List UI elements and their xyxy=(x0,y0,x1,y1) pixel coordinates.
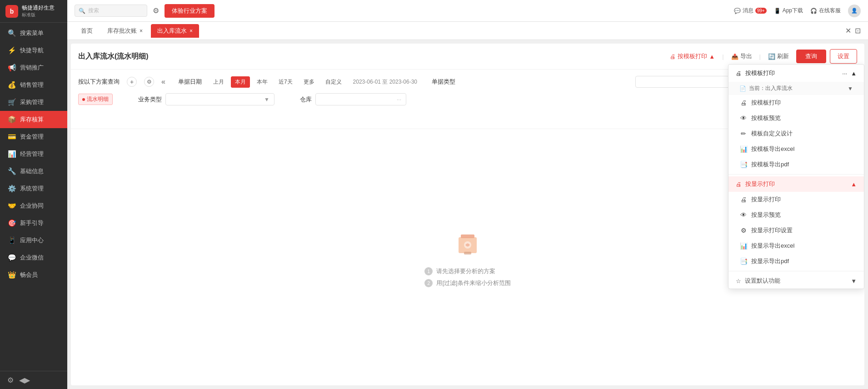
phone-icon: 📱 xyxy=(774,8,781,14)
msg-label: 消息 xyxy=(743,7,753,15)
date-btn-prev-month[interactable]: 上月 xyxy=(209,76,228,88)
sidebar-item-apps[interactable]: 📱 应用中心 xyxy=(0,232,67,249)
display-preview-label: 按显示预览 xyxy=(751,211,781,219)
display-export-excel-label: 按显示导出excel xyxy=(751,242,794,250)
wechat-icon: 💬 xyxy=(7,254,16,262)
warehouse-label: 仓库 xyxy=(300,95,312,104)
tab-inventory-batch[interactable]: 库存批次账 × xyxy=(101,24,149,38)
industry-btn[interactable]: 体验行业方案 xyxy=(165,4,215,18)
topbar-search-box[interactable]: 🔍 搜索 xyxy=(75,5,147,17)
date-btn-more[interactable]: 更多 xyxy=(299,76,319,88)
collapse-icon[interactable]: ◀▶ xyxy=(19,376,30,384)
vip-label: 畅会员 xyxy=(20,271,38,279)
filter-add-btn[interactable]: + xyxy=(127,77,137,87)
date-btn-year[interactable]: 本年 xyxy=(253,76,272,88)
template-preview-label: 按模板预览 xyxy=(751,114,781,122)
sidebar-item-search[interactable]: 🔍 搜索菜单 xyxy=(0,25,67,42)
chevron-up-icon[interactable]: ▲ xyxy=(851,70,857,77)
sidebar-item-guide[interactable]: 🎯 新手引导 xyxy=(0,214,67,232)
print-item-icon: 🖨 xyxy=(739,99,748,106)
warehouse-value xyxy=(320,96,322,103)
settings-icon[interactable]: ⚙ xyxy=(7,376,14,384)
window-close-btn[interactable]: ✕ xyxy=(845,26,851,35)
tab-home[interactable]: 首页 xyxy=(75,24,99,38)
search-label: 搜索菜单 xyxy=(20,29,44,37)
topbar-right: 💬 消息 99+ 📱 App下载 🎧 在线客服 👤 xyxy=(734,5,861,17)
window-maximize-btn[interactable]: ⊡ xyxy=(855,26,861,35)
sidebar-item-system[interactable]: ⚙️ 系统管理 xyxy=(0,180,67,197)
filter-collapse-icon[interactable]: « xyxy=(161,78,165,86)
inventory-icon: 📦 xyxy=(7,115,16,124)
print-template-btn[interactable]: 🖨 按模板打印 ▲ xyxy=(666,50,718,62)
sidebar-item-wechat[interactable]: 💬 企业微信 xyxy=(0,249,67,266)
sidebar-item-inventory[interactable]: 📦 库存核算 xyxy=(0,111,67,128)
template-custom-item[interactable]: ✏ 模板自定义设计 xyxy=(728,126,864,141)
query-btn[interactable]: 查询 xyxy=(796,50,826,63)
customer-service-btn[interactable]: 🎧 在线客服 xyxy=(810,7,841,15)
sidebar: b 畅捷通好生意 标准版 🔍 搜索菜单 ⚡ 快捷导航 📢 营销推广 💰 销售管理… xyxy=(0,0,67,389)
date-btn-current-month[interactable]: 本月 xyxy=(231,76,250,88)
export-btn[interactable]: 📤 导出 xyxy=(728,50,756,62)
topbar: 🔍 搜索 ⚙ 体验行业方案 💬 消息 99+ 📱 App下载 🎧 在线客服 👤 xyxy=(67,0,868,22)
sidebar-item-purchase[interactable]: 🛒 采购管理 xyxy=(0,94,67,111)
preview-item-icon: 👁 xyxy=(739,115,748,122)
biz-type-select[interactable]: ▼ xyxy=(165,93,274,105)
template-export-pdf-item[interactable]: 📑 按模板导出pdf xyxy=(728,157,864,172)
display-excel-icon: 📊 xyxy=(739,242,748,249)
biz-type-arrow: ▼ xyxy=(264,96,269,103)
default-settings-icon: ☆ xyxy=(736,278,741,284)
display-print-item[interactable]: 🖨 按显示打印 xyxy=(728,192,864,207)
svg-rect-3 xyxy=(464,252,471,254)
vip-icon: 👑 xyxy=(7,271,16,279)
tab-flow-close[interactable]: × xyxy=(190,28,193,34)
tab-flow[interactable]: 出入库流水 × xyxy=(151,24,199,38)
display-export-pdf-item[interactable]: 📑 按显示导出pdf xyxy=(728,254,864,269)
operations-label: 经营管理 xyxy=(20,150,44,158)
display-preview-icon: 👁 xyxy=(739,211,748,219)
current-arrow[interactable]: ▼ xyxy=(848,85,853,92)
tab-batch-close[interactable]: × xyxy=(140,28,143,34)
sidebar-item-basic[interactable]: 🔧 基础信息 xyxy=(0,163,67,180)
template-export-excel-item[interactable]: 📊 按模板导出excel xyxy=(728,141,864,157)
date-btn-7days[interactable]: 近7天 xyxy=(274,76,297,88)
sidebar-item-vip[interactable]: 👑 畅会员 xyxy=(0,266,67,284)
sidebar-item-finance[interactable]: 💳 资金管理 xyxy=(0,128,67,145)
default-settings-arrow[interactable]: ▼ xyxy=(851,278,857,284)
date-btn-custom[interactable]: 自定义 xyxy=(321,76,346,88)
sep1: | xyxy=(722,53,723,60)
template-preview-item[interactable]: 👁 按模板预览 xyxy=(728,110,864,126)
display-chevron-up[interactable]: ▲ xyxy=(851,181,857,188)
sidebar-item-enterprise[interactable]: 🤝 企业协同 xyxy=(0,197,67,214)
display-print-settings-item[interactable]: ⚙ 按显示打印设置 xyxy=(728,223,864,238)
template-print-header[interactable]: 🖨 按模板打印 ··· ▲ xyxy=(728,65,864,82)
refresh-btn[interactable]: 🔄 刷新 xyxy=(764,50,793,62)
guide-icon: 🎯 xyxy=(7,219,16,227)
topbar-gear-icon[interactable]: ⚙ xyxy=(153,6,159,15)
excel-item-icon: 📊 xyxy=(739,145,748,153)
display-export-excel-item[interactable]: 📊 按显示导出excel xyxy=(728,238,864,254)
user-avatar[interactable]: 👤 xyxy=(848,5,861,17)
app-download-btn[interactable]: 📱 App下载 xyxy=(774,7,803,15)
sidebar-item-marketing[interactable]: 📢 营销推广 xyxy=(0,59,67,76)
current-icon: 📄 xyxy=(739,85,746,92)
messages-btn[interactable]: 💬 消息 99+ xyxy=(734,7,767,15)
display-print-icon: 🖨 xyxy=(739,196,748,203)
sidebar-item-operations[interactable]: 📊 经营管理 xyxy=(0,145,67,163)
dots-icon[interactable]: ··· xyxy=(842,70,847,77)
warehouse-more[interactable]: ··· xyxy=(397,96,401,103)
marketing-icon: 📢 xyxy=(7,64,16,72)
quick-nav-label: 快捷导航 xyxy=(20,46,44,55)
filter-setting-btn[interactable]: ⚙ xyxy=(144,77,154,87)
warehouse-select[interactable]: ··· xyxy=(315,93,406,105)
setup-btn[interactable]: 设置 xyxy=(830,49,857,64)
biz-type-label: 业务类型 xyxy=(138,95,162,104)
basic-icon: 🔧 xyxy=(7,167,16,175)
display-preview-item[interactable]: 👁 按显示预览 xyxy=(728,207,864,223)
default-settings-item[interactable]: ☆ 设置默认功能 ▼ xyxy=(728,273,864,289)
sidebar-item-quick-nav[interactable]: ⚡ 快捷导航 xyxy=(0,42,67,59)
empty-step-1: 1 请先选择要分析的方案 xyxy=(424,267,510,275)
sidebar-item-sales[interactable]: 💰 销售管理 xyxy=(0,76,67,94)
biz-type-value xyxy=(170,96,172,103)
display-print-header[interactable]: 🖨 按显示打印 ▲ xyxy=(728,176,864,192)
template-print-item[interactable]: 🖨 按模板打印 xyxy=(728,95,864,110)
